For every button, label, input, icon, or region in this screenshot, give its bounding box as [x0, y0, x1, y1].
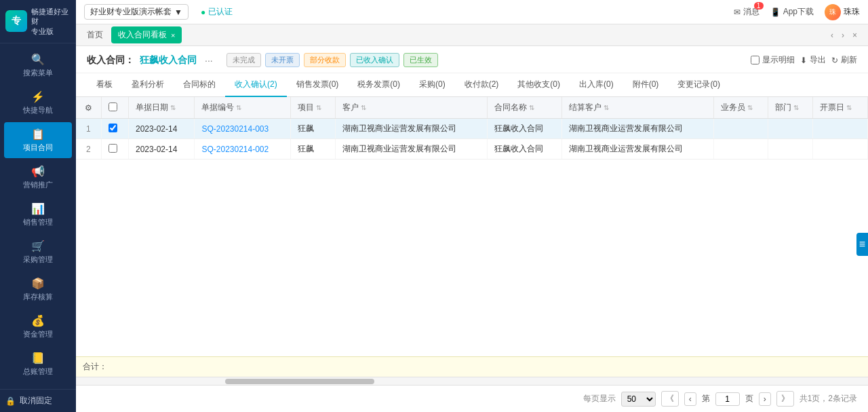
row-1-invoice_date [813, 139, 868, 160]
th-invoice_date[interactable]: 开票日⇅ [813, 97, 868, 119]
nav-next-icon[interactable]: › [839, 29, 847, 41]
sub-tab-3[interactable]: 收入确认(2) [225, 73, 287, 97]
home-tab[interactable]: 首页 [84, 29, 106, 41]
sub-tab-9[interactable]: 出入库(0) [570, 73, 623, 97]
message-icon: ✉ [734, 7, 741, 17]
select-all-checkbox[interactable] [108, 102, 117, 111]
next-page-button[interactable]: › [759, 392, 771, 406]
nav-prev-icon[interactable]: ‹ [828, 29, 836, 41]
th-settlement_customer[interactable]: 结算客户⇅ [562, 97, 714, 119]
col-label-customer: 客户 [342, 102, 359, 113]
sidebar-icon-8: 📒 [31, 352, 45, 364]
sub-tab-2[interactable]: 合同标的 [174, 73, 225, 97]
export-button[interactable]: ⬇ 导出 [800, 54, 826, 66]
link-number-1[interactable]: SQ-20230214-002 [201, 145, 269, 154]
sidebar-item-4[interactable]: 📊销售管理 [4, 197, 72, 233]
row-0-number[interactable]: SQ-20230214-003 [195, 119, 291, 139]
table-row[interactable]: 12023-02-14SQ-20230214-003狂飙湖南卫视商业运营发展有限… [76, 119, 868, 139]
table-row[interactable]: 22023-02-14SQ-20230214-002狂飙湖南卫视商业运营发展有限… [76, 139, 868, 160]
sidebar-label-8: 总账管理 [23, 367, 53, 377]
sort-icon-customer: ⇅ [361, 104, 366, 111]
row-checkbox-0[interactable] [101, 119, 128, 139]
page-label: 第 [702, 393, 710, 405]
content-wrapper: ⚙单据日期⇅单据编号⇅项目⇅客户⇅合同名称⇅结算客户⇅业务员⇅部门⇅开票日⇅ 1… [76, 97, 868, 412]
app-download-button[interactable]: 📱 App下载 [770, 6, 814, 18]
user-menu[interactable]: 珠 珠珠 [825, 4, 860, 20]
sidebar-label-4: 销售管理 [23, 217, 53, 227]
sidebar-item-1[interactable]: ⚡快捷导航 [4, 85, 72, 121]
sub-tab-6[interactable]: 采购(0) [410, 73, 455, 97]
company-selector[interactable]: 好业财专业版演示帐套 ▼ [84, 4, 189, 20]
row-0-invoice_date [813, 119, 868, 139]
sub-tab-4[interactable]: 销售发票(0) [287, 73, 349, 97]
show-detail-input[interactable] [751, 56, 760, 64]
sidebar-item-5[interactable]: 🛒采购管理 [4, 234, 72, 270]
per-page-select[interactable]: 50 100 200 [621, 392, 656, 407]
th-date[interactable]: 单据日期⇅ [128, 97, 194, 119]
sidebar-item-7[interactable]: 💰资金管理 [4, 309, 72, 345]
status-badge-4[interactable]: 已生效 [403, 53, 438, 67]
th-project[interactable]: 项目⇅ [291, 97, 336, 119]
message-button[interactable]: ✉ 消息 1 [734, 6, 760, 18]
horizontal-scrollbar[interactable] [76, 377, 868, 385]
sidebar-icon-3: 📢 [31, 165, 45, 178]
row-0-project: 狂飙 [291, 119, 336, 139]
sub-tab-10[interactable]: 附件(0) [623, 73, 669, 97]
sidebar-item-3[interactable]: 📢营销推广 [4, 160, 72, 195]
prev-page-button[interactable]: ‹ [684, 392, 696, 406]
th-settings[interactable]: ⚙ [76, 97, 101, 119]
status-badge-0[interactable]: 未完成 [226, 53, 261, 67]
sidebar-bottom[interactable]: 🔒 取消固定 [0, 389, 76, 412]
th-checkbox[interactable] [101, 97, 128, 119]
sub-tab-0[interactable]: 看板 [87, 73, 122, 97]
th-salesperson[interactable]: 业务员⇅ [713, 97, 768, 119]
row-checkbox-1[interactable] [101, 139, 128, 160]
more-options-button[interactable]: ··· [202, 55, 216, 66]
active-tab[interactable]: 收入合同看板 × [111, 26, 182, 43]
th-number[interactable]: 单据编号⇅ [195, 97, 291, 119]
sidebar-item-9[interactable]: 🧾发票管理 [4, 383, 72, 389]
status-badge-1[interactable]: 未开票 [265, 53, 300, 67]
sub-tab-1[interactable]: 盈利分析 [122, 73, 174, 97]
company-dropdown[interactable]: 好业财专业版演示帐套 ▼ [84, 4, 189, 20]
sub-tab-5[interactable]: 税务发票(0) [348, 73, 410, 97]
sidebar-item-6[interactable]: 📦库存核算 [4, 271, 72, 307]
side-action-button[interactable]: ≡ [856, 233, 868, 256]
sub-tab-8[interactable]: 其他收支(0) [508, 73, 570, 97]
status-badge-3[interactable]: 已收入确认 [350, 53, 399, 67]
row-1-number[interactable]: SQ-20230214-002 [195, 139, 291, 160]
th-department[interactable]: 部门⇅ [768, 97, 813, 119]
page-title: 狂飙收入合同 [140, 54, 197, 67]
tab-close-icon[interactable]: × [171, 31, 175, 39]
sidebar-item-8[interactable]: 📒总账管理 [4, 346, 72, 382]
row-0-contract_name: 狂飙收入合同 [488, 119, 562, 139]
sort-icon-number: ⇅ [236, 104, 241, 111]
th-contract_name[interactable]: 合同名称⇅ [488, 97, 562, 119]
status-badge-2[interactable]: 部分收款 [304, 53, 346, 67]
th-customer[interactable]: 客户⇅ [336, 97, 488, 119]
sort-icon-settlement_customer: ⇅ [604, 104, 609, 111]
refresh-button[interactable]: ↻ 刷新 [831, 54, 857, 66]
last-page-button[interactable]: 》 [776, 391, 794, 407]
sub-tabs: 看板盈利分析合同标的收入确认(2)销售发票(0)税务发票(0)采购(0)收付款(… [76, 73, 868, 97]
table-container[interactable]: ⚙单据日期⇅单据编号⇅项目⇅客户⇅合同名称⇅结算客户⇅业务员⇅部门⇅开票日⇅ 1… [76, 97, 868, 356]
scrollbar-thumb[interactable] [225, 379, 374, 384]
nav-close-icon[interactable]: × [850, 29, 860, 41]
link-number-0[interactable]: SQ-20230214-003 [201, 124, 269, 134]
sidebar-icon-1: ⚡ [31, 90, 45, 103]
sidebar-label-2: 项目合同 [23, 143, 53, 153]
show-detail-checkbox[interactable]: 显示明细 [751, 54, 795, 66]
sidebar-icon-2: 📋 [31, 128, 45, 141]
sidebar-item-2[interactable]: 📋项目合同 [4, 122, 72, 158]
row-select-0[interactable] [108, 124, 117, 132]
row-num-1: 2 [76, 139, 101, 160]
sidebar-icon-4: 📊 [31, 202, 45, 215]
sub-tab-11[interactable]: 变更记录(0) [668, 73, 730, 97]
sidebar-item-0[interactable]: 🔍搜索菜单 [4, 48, 72, 83]
first-page-button[interactable]: 《 [661, 391, 679, 407]
page-number-input[interactable] [715, 392, 740, 406]
sub-tab-7[interactable]: 收付款(2) [455, 73, 509, 97]
row-1-salesperson [713, 139, 768, 160]
col-label-department: 部门 [775, 102, 791, 113]
row-select-1[interactable] [108, 144, 117, 153]
